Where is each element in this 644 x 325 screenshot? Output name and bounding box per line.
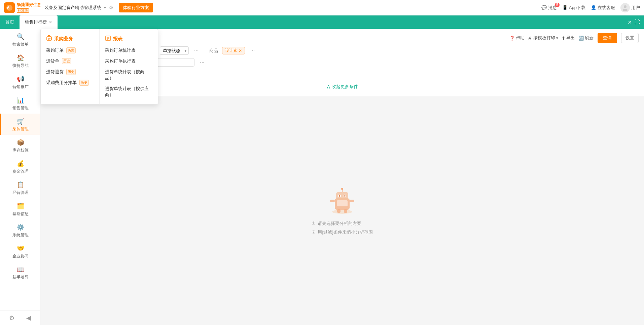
- sidebar-label-search: 搜索菜单: [12, 42, 29, 47]
- goods-dots[interactable]: ···: [250, 48, 255, 54]
- tab-maximize-icon[interactable]: ⛶: [635, 19, 640, 25]
- export-icon: ⬆: [562, 36, 565, 41]
- help-button[interactable]: ❓ 帮助: [509, 35, 525, 41]
- print-button[interactable]: 🖨 按模板打印 ▾: [528, 35, 558, 41]
- query-button[interactable]: 查询: [598, 33, 617, 43]
- help-label: 帮助: [516, 35, 525, 41]
- doc-status-select[interactable]: 单据状态: [160, 46, 189, 55]
- user-item[interactable]: 用户: [620, 3, 640, 12]
- logo-name: 畅捷通好生意: [17, 2, 41, 8]
- sidebar-item-search-menu[interactable]: 🔍 搜索菜单: [0, 29, 40, 50]
- dropdown-item-incoming[interactable]: 进货单 历史: [41, 56, 99, 67]
- goods-label: 商品: [209, 48, 218, 54]
- goods-tag-close[interactable]: ✕: [239, 48, 242, 53]
- sidebar-item-purchase[interactable]: 🛒 采购管理: [0, 114, 40, 135]
- logo-text-block: 畅捷通好生意 标准版: [17, 2, 41, 13]
- tab-home-label: 首页: [5, 19, 14, 25]
- collapse-button[interactable]: ⋀ 收起更多条件: [325, 82, 360, 92]
- sidebar-footer: ⚙ ◀: [0, 311, 40, 325]
- sidebar-label-finance: 资金管理: [12, 169, 29, 174]
- item-label: 进货退货: [46, 69, 64, 75]
- refresh-button[interactable]: 🔄 刷新: [578, 35, 594, 41]
- dropdown-item-order-stat[interactable]: 采购订单统计表: [100, 45, 158, 56]
- logo-icon: 6: [4, 2, 15, 13]
- sidebar-item-quick-nav[interactable]: 🏠 快捷导航: [0, 50, 40, 71]
- phone-icon: 📱: [562, 5, 568, 10]
- sidebar-item-marketing[interactable]: 📢 营销推广: [0, 71, 40, 92]
- svg-rect-12: [330, 200, 335, 202]
- sidebar-label-quick-nav: 快捷导航: [12, 63, 29, 69]
- sidebar-settings-icon[interactable]: ⚙: [9, 314, 14, 322]
- dropdown-item-incoming-stat-supplier[interactable]: 进货单统计表（按供应商）: [100, 83, 158, 100]
- svg-point-2: [623, 9, 628, 11]
- cart-icon: 🛒: [17, 118, 24, 125]
- clipboard-icon: 📋: [17, 181, 24, 189]
- dropdown-item-purchase-order[interactable]: 采购订单 历史: [41, 45, 99, 56]
- dropdown-item-incoming-return[interactable]: 进货退货 历史: [41, 67, 99, 77]
- export-label: 导出: [566, 35, 575, 41]
- item-label: 采购费用分摊单: [46, 80, 77, 86]
- sidebar-label-marketing: 营销推广: [12, 84, 29, 90]
- item-label: 进货单: [46, 58, 59, 64]
- dropdown-report-title: 报表: [113, 36, 122, 42]
- sidebar-label-enterprise: 企业协同: [12, 253, 29, 259]
- item-label: 进货单统计表（按商品）: [105, 69, 153, 81]
- dropdown-item-purchase-expense[interactable]: 采购费用分摊单 历史: [41, 77, 99, 88]
- tab-home[interactable]: 首页: [0, 15, 20, 29]
- empty-line1: ① 请先选择要分析的方案: [312, 219, 372, 228]
- sidebar-item-enterprise[interactable]: 🤝 企业协同: [0, 241, 40, 262]
- sidebar-collapse-icon[interactable]: ◀: [26, 314, 31, 322]
- svg-rect-13: [350, 200, 354, 202]
- history-badge-0: 历史: [66, 47, 76, 53]
- dropdown-report-header: 报表: [100, 33, 158, 45]
- online-service-item[interactable]: 👤 在线客服: [591, 5, 615, 11]
- app-download-item[interactable]: 📱 App下载: [562, 5, 585, 11]
- doc-status-dots[interactable]: ···: [194, 48, 199, 54]
- app-download-label: App下载: [569, 5, 585, 11]
- salesman-dots[interactable]: ···: [200, 59, 204, 66]
- history-badge-1: 历史: [62, 58, 71, 64]
- tab-close-icon[interactable]: ✕: [49, 20, 52, 25]
- tab-sales-rank-label: 销售排行榜: [25, 19, 47, 25]
- service-icon: 👤: [591, 5, 596, 10]
- item-label: 采购订单统计表: [105, 47, 136, 53]
- sidebar-item-inventory[interactable]: 📦 库存核算: [0, 135, 40, 156]
- dropdown-arrow-icon[interactable]: ▾: [104, 5, 106, 10]
- sidebar-label-guide: 新手引导: [12, 275, 29, 280]
- svg-point-11: [341, 188, 343, 190]
- logo-area: 6 畅捷通好生意 标准版: [4, 2, 44, 13]
- sidebar-item-basic-info[interactable]: 🗂️ 基础信息: [0, 198, 40, 219]
- tab-close-window-icon[interactable]: ✕: [628, 19, 632, 26]
- item-label: 采购订单: [46, 47, 64, 53]
- dropdown-item-order-exec[interactable]: 采购订单执行表: [100, 56, 158, 67]
- settings-button[interactable]: 设置: [621, 33, 639, 43]
- purchase-header-icon: [46, 35, 52, 42]
- svg-point-8: [339, 195, 340, 197]
- experience-button[interactable]: 体验行业方案: [119, 3, 153, 12]
- empty-state: ① 请先选择要分析的方案 ② 用[过滤]条件来缩小分析范围: [40, 96, 644, 325]
- system-title-area: 装备及固定资产辅助管理系统 ▾ ⚙ 体验行业方案: [44, 3, 541, 12]
- dropdown-menu: 采购业务 采购订单 历史 进货单 历史 进货退货 历史 采购费用分摊单 历史: [40, 29, 158, 105]
- sidebar-item-guide[interactable]: 📖 新手引导: [0, 262, 40, 283]
- goods-tag[interactable]: 设计素 ✕: [222, 47, 245, 54]
- sidebar-item-system[interactable]: ⚙️ 系统管理: [0, 219, 40, 241]
- dropdown-col-purchase: 采购业务 采购订单 历史 进货单 历史 进货退货 历史 采购费用分摊单 历史: [41, 29, 100, 104]
- empty-line2: ② 用[过滤]条件来缩小分析范围: [312, 228, 372, 237]
- svg-rect-5: [336, 192, 348, 200]
- sidebar-item-finance[interactable]: 💰 资金管理: [0, 156, 40, 177]
- sidebar: 🔍 搜索菜单 🏠 快捷导航 📢 营销推广 📊 销售管理 🛒 采购管理 📦 库存核…: [0, 29, 40, 325]
- doc-status-select-wrapper: 单据状态 ▾: [160, 46, 189, 55]
- refresh-label: 刷新: [585, 35, 594, 41]
- message-icon-item[interactable]: 💬 消息 5: [541, 5, 557, 11]
- system-title: 装备及固定资产辅助管理系统: [44, 5, 101, 11]
- empty-text: ① 请先选择要分析的方案 ② 用[过滤]条件来缩小分析范围: [312, 219, 372, 237]
- gear-icon[interactable]: ⚙: [109, 4, 113, 11]
- dropdown-col-report: 报表 采购订单统计表 采购订单执行表 进货单统计表（按商品） 进货单统计表（按供…: [100, 29, 158, 104]
- print-label: 按模板打印: [533, 35, 555, 41]
- export-button[interactable]: ⬆ 导出: [562, 35, 575, 41]
- tab-sales-rank[interactable]: 销售排行榜 ✕: [20, 15, 58, 29]
- sidebar-item-operations[interactable]: 📋 经营管理: [0, 177, 40, 198]
- dropdown-item-incoming-stat-goods[interactable]: 进货单统计表（按商品）: [100, 67, 158, 83]
- sidebar-item-sales[interactable]: 📊 销售管理: [0, 92, 40, 114]
- svg-point-1: [624, 5, 627, 8]
